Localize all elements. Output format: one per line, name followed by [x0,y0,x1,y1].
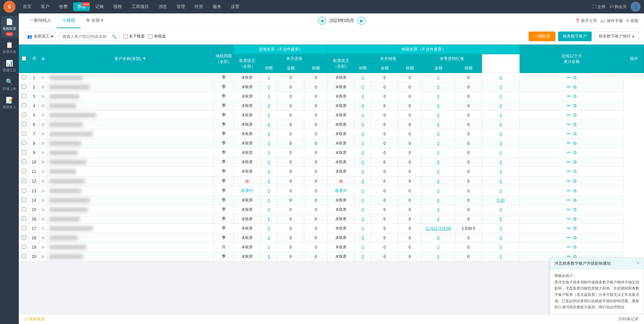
edit-icon[interactable]: ✏ [566,169,572,174]
copy-icon[interactable]: ⧉ [573,244,577,250]
copy-icon[interactable]: ⧉ [573,150,577,155]
red-amount-link[interactable]: 0 [437,198,439,203]
red-amount-link[interactable]: 0 [437,207,439,212]
in-count-link[interactable]: 0 [268,113,270,118]
month12-link[interactable]: 0 [500,254,502,259]
checkbox-tax-disk[interactable]: 有税盘 [148,34,166,39]
row-settings-icon[interactable]: ⚙ [41,169,45,174]
col-in-status-header[interactable]: 取票状态（全部） [234,54,261,73]
row-settings-icon[interactable]: ⚙ [41,160,45,165]
out-count-link[interactable]: 0 [362,198,364,203]
in-count-link[interactable]: 0 [268,236,270,240]
red-amount-link[interactable]: 0 [437,189,439,193]
edit-icon[interactable]: ✏ [566,103,572,108]
month12-link[interactable]: 0 [500,94,502,99]
user-avatar[interactable]: 👤 [631,2,641,12]
col-client-header[interactable]: 客户名称(全部) ▼ [47,45,214,73]
red-amount-link[interactable]: 0 [437,75,439,80]
in-count-link[interactable]: 0 [268,254,270,259]
checkbox-accounts[interactable]: 名下账套 [123,34,145,39]
sidebar-item-scan-upload[interactable]: 🔍 扫描上传 [1,76,18,93]
row-checkbox[interactable] [22,150,26,154]
one-click-fetch-btn[interactable]: 一键取票 [529,31,555,41]
in-count-link[interactable]: 0 [268,132,270,136]
month12-link[interactable]: 0 [500,104,502,108]
copy-icon[interactable]: ⧉ [573,112,577,118]
row-settings-icon[interactable]: ⚙ [41,104,45,108]
sidebar-item-ticket-entry[interactable]: 📝 票据录入 [1,94,18,112]
member-btn[interactable]: 🏷 购会员 [609,4,627,10]
edit-icon[interactable]: ✏ [566,244,572,250]
employee-select[interactable]: 👥 全部员工 ▾ [24,32,56,41]
copy-icon[interactable]: ⧉ [573,197,577,203]
month12-link[interactable]: 0 [500,189,502,193]
copy-icon[interactable]: ⧉ [573,216,577,221]
out-count-link[interactable]: 0 [362,189,364,193]
row-settings-icon[interactable]: ⚙ [41,94,45,99]
red-amount-link[interactable]: 0 [437,179,439,184]
month12-link[interactable]: 5.00 [497,198,504,203]
nav-item-settings[interactable]: 设置 [227,2,244,11]
search-input[interactable] [62,34,110,39]
tax-policy-link[interactable]: ⚠ 税务政策 [24,316,45,322]
row-checkbox[interactable] [22,188,26,193]
red-amount-link[interactable]: 0 [437,217,439,221]
row-checkbox[interactable] [22,94,26,98]
copy-icon[interactable]: ⧉ [573,188,577,193]
row-settings-icon[interactable]: ⚙ [41,75,45,80]
edit-icon[interactable]: ✏ [566,84,572,89]
copy-icon[interactable]: ⧉ [573,225,577,231]
nav-item-message[interactable]: 消息 [154,2,171,11]
nav-item-client[interactable]: 客户 [37,2,54,11]
month12-link[interactable]: 0 [500,169,502,174]
nav-item-service[interactable]: 服务 [209,2,225,11]
row-checkbox[interactable] [22,216,26,221]
select-all-checkbox[interactable] [22,56,26,61]
red-amount-link[interactable]: 0 [437,254,439,259]
month12-link[interactable]: 0 [500,75,502,80]
edit-icon[interactable]: ✏ [566,197,572,203]
in-count-link[interactable]: 0 [268,85,270,89]
nav-item-industry[interactable]: 工商项目 [127,2,153,11]
row-checkbox[interactable] [22,103,26,108]
row-checkbox[interactable] [22,245,26,249]
red-amount-link[interactable]: 0 [437,169,439,174]
row-checkbox[interactable] [22,131,26,136]
red-amount-link[interactable]: 0 [437,85,439,89]
copy-icon[interactable]: ⧉ [573,84,577,89]
month12-link[interactable]: 0 [500,132,502,136]
copy-icon[interactable]: ⧉ [573,169,577,174]
row-settings-icon[interactable]: ⚙ [41,245,45,250]
in-count-link[interactable]: 0 [268,245,270,250]
nav-item-operation[interactable]: 经营 [191,2,207,11]
tab-small[interactable]: 小规模 [57,13,80,28]
row-settings-icon[interactable]: ⚙ [41,207,45,212]
copy-icon[interactable]: ⧉ [573,159,577,165]
row-checkbox[interactable] [22,235,26,240]
out-count-link[interactable]: 0 [362,94,364,99]
month12-link[interactable]: 0 [500,245,502,250]
row-checkbox[interactable] [22,113,26,117]
checkbox-accounts-input[interactable] [123,34,127,39]
out-count-link[interactable]: 0 [362,236,364,240]
in-count-link[interactable]: 0 [268,75,270,80]
row-settings-icon[interactable]: ⚙ [41,85,45,89]
row-checkbox[interactable] [22,207,26,211]
red-amount-link[interactable]: 0 [437,141,439,146]
row-settings-icon[interactable]: ⚙ [41,132,45,136]
out-count-link[interactable]: 0 [362,132,364,136]
edit-icon[interactable]: ✏ [566,140,572,146]
edit-icon[interactable]: ✏ [566,112,572,118]
guide-link[interactable]: ❓ 新手引导 [575,18,597,24]
row-checkbox[interactable] [22,179,26,183]
out-count-link[interactable]: 0 [362,113,364,118]
out-count-link[interactable]: 0 [362,141,364,146]
row-checkbox[interactable] [22,141,26,145]
next-month-btn[interactable]: ▶ [358,17,366,25]
nav-item-tax[interactable]: 报税 [109,2,126,11]
in-count-link[interactable]: 0 [268,104,270,108]
out-count-link[interactable]: 0 [362,104,364,108]
nav-item-manage[interactable]: 管理 [172,2,189,11]
in-count-link[interactable]: 0 [268,217,270,221]
row-settings-icon[interactable]: ⚙ [41,236,45,240]
